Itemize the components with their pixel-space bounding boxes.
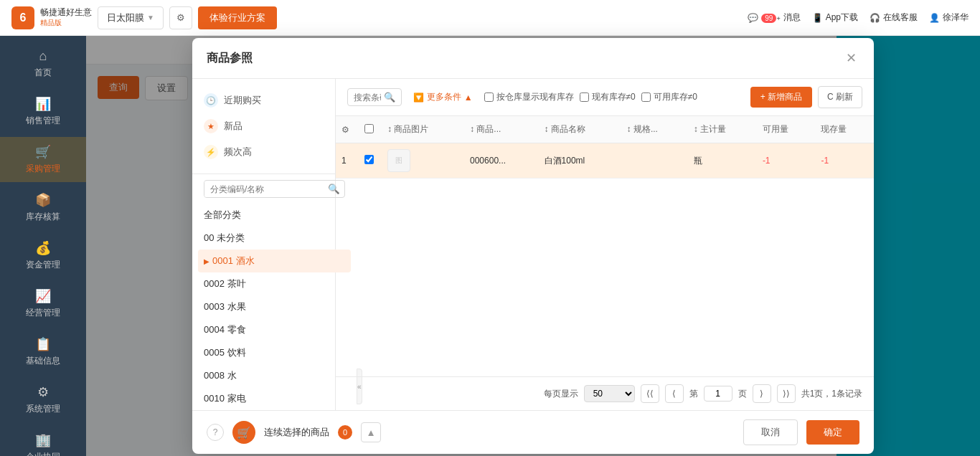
app-download-button[interactable]: 📱 App下载 (812, 11, 858, 24)
category-list: 全部分类 00 未分类 ▶ 0001 酒水 (192, 204, 357, 410)
category-0002[interactable]: 0002 茶叶 (198, 272, 351, 295)
table-row[interactable]: 1 图 000600... 白酒100ml (336, 143, 874, 179)
sidebar-item-system[interactable]: ⚙ 系统管理 (0, 377, 86, 422)
logo-icon: 6 (11, 6, 34, 29)
first-page-button[interactable]: ⟨⟨ (641, 384, 659, 403)
sidebar-item-purchase[interactable]: 🛒 采购管理 (0, 137, 86, 182)
new-products-item[interactable]: ★ 新品 (204, 113, 324, 139)
category-0003[interactable]: 0003 水果 (198, 295, 351, 318)
gear-icon[interactable]: ⚙ (169, 6, 192, 29)
category-label: 00 未分类 (204, 232, 245, 244)
refresh-button[interactable]: C 刷新 (818, 86, 862, 108)
category-label: 0001 酒水 (212, 255, 255, 267)
sidebar-item-business[interactable]: 📈 经营管理 (0, 281, 86, 326)
category-0004[interactable]: 0004 零食 (198, 318, 351, 341)
cart-button[interactable]: 🛒 (232, 421, 255, 444)
available-checkbox-label[interactable]: 现有库存≠0 (580, 91, 636, 103)
basic-icon: 📋 (35, 336, 51, 352)
all-category-label: 全部分类 (204, 209, 241, 222)
nav-dropdown-label: 日太阳膜 (107, 11, 144, 24)
logo-text: 畅捷通好生意 (40, 7, 92, 19)
content-area: 查询 设置 商品参照 ✕ 🕒 (86, 36, 980, 456)
last-page-button[interactable]: ⟩⟩ (777, 384, 796, 403)
logo-badge: 精品版 (40, 18, 92, 28)
sort-icon[interactable]: ↕ (694, 124, 698, 134)
recent-purchases-item[interactable]: 🕒 近期购买 (204, 87, 324, 113)
purchase-icon: 🛒 (35, 144, 51, 160)
warehouse-label: 按仓库显示现有库存 (496, 91, 574, 103)
sidebar-item-label: 资金管理 (26, 259, 60, 271)
sidebar-item-enterprise[interactable]: 🏢 企业协同 (0, 425, 86, 456)
frequent-item[interactable]: ⚡ 频次高 (204, 139, 324, 165)
sidebar-item-label: 系统管理 (26, 403, 60, 415)
modal-overlay: 商品参照 ✕ 🕒 近期购买 ★ 新 (86, 36, 980, 456)
cell-checkbox[interactable] (359, 143, 382, 179)
sidebar-item-label: 基础信息 (26, 355, 60, 367)
add-product-button[interactable]: + 新增商品 (750, 87, 812, 108)
col-spec: ↕ 规格... (621, 116, 688, 143)
select-all-checkbox[interactable] (364, 124, 374, 133)
sort-icon[interactable]: ↕ (470, 124, 474, 134)
usable-checkbox-label[interactable]: 可用库存≠0 (641, 91, 697, 103)
message-label: 消息 (783, 11, 801, 24)
category-all[interactable]: 全部分类 (198, 204, 351, 227)
modal-left-panel: 🕒 近期购买 ★ 新品 ⚡ 频次高 (192, 79, 336, 410)
sidebar-item-sales[interactable]: 📊 销售管理 (0, 89, 86, 134)
filter-label: 更多条件 (427, 91, 461, 103)
recent-icon: 🕒 (204, 93, 218, 108)
business-icon: 📈 (35, 288, 51, 304)
modal-close-button[interactable]: ✕ (842, 49, 859, 67)
warehouse-checkbox[interactable] (484, 92, 494, 102)
nav-dropdown[interactable]: 日太阳膜 ▼ (98, 6, 164, 29)
freq-label: 频次高 (224, 146, 252, 158)
sales-icon: 📊 (35, 96, 51, 112)
sidebar-item-inventory[interactable]: 📦 库存核算 (0, 185, 86, 230)
category-0010[interactable]: 0010 家电 (198, 387, 351, 410)
sort-icon[interactable]: ↕ (387, 124, 392, 134)
online-service-button[interactable]: 🎧 在线客服 (870, 11, 918, 24)
prev-page-button[interactable]: ⟨ (665, 384, 684, 403)
user-profile-button[interactable]: 👤 徐泽华 (929, 11, 969, 24)
row-checkbox[interactable] (364, 155, 374, 164)
page-input[interactable] (704, 386, 732, 402)
available-checkbox[interactable] (580, 92, 589, 102)
cell-available: -1 (757, 143, 816, 179)
product-reference-modal: 商品参照 ✕ 🕒 近期购买 ★ 新 (192, 38, 874, 454)
sidebar-item-finance[interactable]: 💰 资金管理 (0, 233, 86, 278)
page-size-select[interactable]: 20 50 100 200 (584, 385, 635, 402)
category-search-input[interactable] (204, 181, 324, 197)
table-header-row: ⚙ ↕ 商品图片 ↕ 商品... (336, 116, 874, 143)
sort-icon[interactable]: ↕ (545, 124, 549, 134)
col-settings[interactable]: ⚙ (336, 116, 359, 143)
sidebar-item-label: 采购管理 (26, 163, 60, 175)
usable-checkbox[interactable] (641, 92, 651, 102)
search-input[interactable] (354, 92, 381, 103)
category-search-box: 🔍 (204, 180, 345, 198)
modal-toolbar: 🔍 🔽 更多条件 ▲ 按仓库显示现有库存 (336, 79, 874, 116)
confirm-button[interactable]: 确定 (806, 420, 859, 445)
top-nav: 6 畅捷通好生意 精品版 日太阳膜 ▼ ⚙ 体验行业方案 💬 99+ 消息 📱 … (0, 0, 980, 36)
sort-icon[interactable]: ↕ (627, 124, 631, 134)
category-label: 0008 水 (204, 369, 237, 382)
new-icon: ★ (204, 119, 218, 133)
cancel-button[interactable]: 取消 (743, 419, 798, 445)
category-00[interactable]: 00 未分类 (198, 227, 351, 250)
filter-button[interactable]: 🔽 更多条件 ▲ (407, 88, 479, 106)
warehouse-checkbox-label[interactable]: 按仓库显示现有库存 (484, 91, 574, 103)
sidebar-item-basic[interactable]: 📋 基础信息 (0, 329, 86, 374)
category-0001[interactable]: ▶ 0001 酒水 (198, 250, 351, 272)
next-page-button[interactable]: ⟩ (753, 384, 771, 403)
collapse-footer-button[interactable]: ▲ (361, 422, 381, 442)
sidebar-item-home[interactable]: ⌂ 首页 (0, 42, 86, 86)
trial-button[interactable]: 体验行业方案 (198, 6, 277, 29)
message-button[interactable]: 💬 99+ 消息 (748, 11, 800, 24)
usable-label: 可用库存≠0 (654, 91, 697, 103)
category-0005[interactable]: 0005 饮料 (198, 341, 351, 364)
avatar: 👤 (929, 13, 940, 23)
category-0008[interactable]: 0008 水 (198, 364, 351, 387)
category-label: 0004 零食 (204, 323, 246, 336)
cell-image: 图 (382, 143, 464, 179)
available-label: 现有库存≠0 (592, 91, 636, 103)
search-icon[interactable]: 🔍 (384, 92, 395, 103)
help-button[interactable]: ? (207, 424, 224, 441)
